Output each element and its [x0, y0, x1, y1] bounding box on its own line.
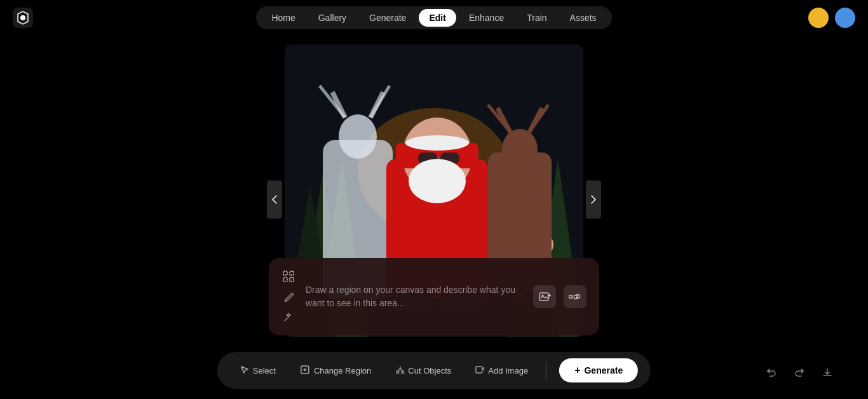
- nav-item-assets[interactable]: Assets: [560, 9, 607, 27]
- toolbar-separator: [546, 361, 546, 380]
- svg-point-1: [20, 15, 25, 20]
- nav-item-enhance[interactable]: Enhance: [459, 9, 514, 27]
- change-region-icon: [300, 365, 310, 377]
- prompt-panel: Draw a region on your canvas and describ…: [269, 258, 599, 335]
- download-button[interactable]: [818, 363, 836, 381]
- nav-item-home[interactable]: Home: [261, 9, 305, 27]
- pen-icon[interactable]: [281, 290, 295, 304]
- undo-button[interactable]: [763, 363, 780, 381]
- bottom-toolbar: Select Change Region Cut Objects: [217, 352, 651, 389]
- svg-rect-3: [290, 271, 294, 275]
- image-add-icon[interactable]: [533, 285, 556, 308]
- svg-rect-6: [539, 293, 548, 301]
- cut-objects-tool[interactable]: Cut Objects: [385, 360, 461, 381]
- nav-item-train[interactable]: Train: [517, 9, 557, 27]
- change-region-label: Change Region: [314, 366, 371, 375]
- prompt-actions: [533, 285, 587, 308]
- nav-links: Home Gallery Generate Edit Enhance Train…: [256, 6, 611, 29]
- select-label: Select: [253, 366, 276, 375]
- generate-button[interactable]: + Generate: [559, 358, 638, 382]
- generate-label: Generate: [584, 365, 623, 375]
- selection-icon[interactable]: [281, 269, 295, 283]
- add-image-label: Add Image: [488, 366, 528, 375]
- svg-rect-12: [476, 367, 482, 373]
- add-image-tool[interactable]: Add Image: [465, 360, 538, 381]
- add-image-icon: [475, 365, 484, 376]
- select-icon: [240, 365, 249, 376]
- generate-plus-icon: +: [574, 365, 580, 376]
- link-icon[interactable]: [564, 285, 587, 308]
- cut-icon: [395, 365, 404, 376]
- canvas-arrow-right[interactable]: [586, 180, 601, 219]
- top-navigation: Home Gallery Generate Edit Enhance Train…: [0, 0, 868, 36]
- redo-button[interactable]: [790, 363, 808, 381]
- change-region-tool[interactable]: Change Region: [290, 360, 381, 382]
- avatar-blue[interactable]: [835, 8, 855, 28]
- svg-rect-2: [283, 271, 287, 275]
- prompt-text[interactable]: Draw a region on your canvas and describ…: [306, 283, 523, 310]
- prompt-icons: [281, 269, 295, 324]
- bottom-actions: [763, 363, 836, 381]
- cut-objects-label: Cut Objects: [408, 366, 451, 375]
- svg-point-8: [569, 295, 573, 299]
- svg-rect-5: [290, 278, 294, 281]
- canvas-arrow-left[interactable]: [267, 180, 282, 219]
- svg-point-7: [542, 295, 544, 297]
- nav-item-edit[interactable]: Edit: [419, 9, 456, 27]
- nav-right: [808, 8, 855, 28]
- nav-item-gallery[interactable]: Gallery: [308, 9, 356, 27]
- wand-icon[interactable]: [281, 310, 295, 324]
- nav-item-generate[interactable]: Generate: [359, 9, 416, 27]
- select-tool[interactable]: Select: [230, 360, 286, 381]
- svg-rect-4: [283, 278, 287, 281]
- logo[interactable]: [13, 8, 33, 28]
- avatar-gold[interactable]: [808, 8, 829, 28]
